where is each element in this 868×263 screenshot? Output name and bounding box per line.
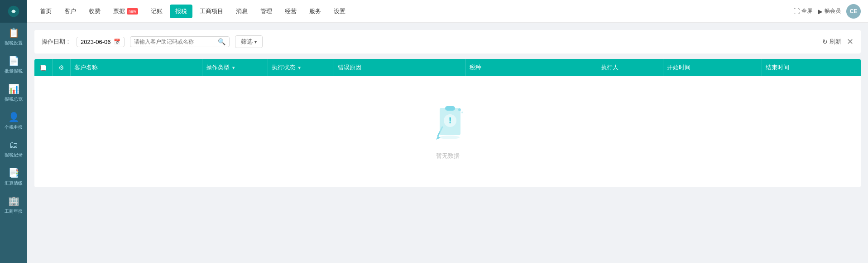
- gongshangnianboa-icon: 🏢: [8, 195, 19, 206]
- sort-icon-op-type[interactable]: ▼: [231, 65, 236, 70]
- th-executor: 执行人: [597, 59, 663, 76]
- data-table: ⚙ 客户名称 操作类型 ▼ 执行状态 ▼ 错误原因: [34, 59, 861, 187]
- empty-illustration: !: [430, 103, 466, 146]
- svg-point-1: [12, 10, 15, 13]
- nav-item-guanli[interactable]: 管理: [255, 5, 278, 18]
- main-area: 首页客户收费票据new记账报税工商项目消息管理经营服务设置 ⛶ 全屏 ▶ 畅会员…: [27, 0, 868, 263]
- calendar-icon: 📅: [114, 39, 120, 45]
- nav-label-gongshangxiangmu: 工商项目: [200, 7, 223, 15]
- search-icon: 🔍: [218, 38, 225, 45]
- th-start-time: 开始时间: [663, 59, 762, 76]
- sidebar-item-baoshuizonglan[interactable]: 📊 报税总览: [0, 79, 27, 107]
- th-end-time-label: 结束时间: [766, 63, 789, 72]
- checkbox-column-header[interactable]: [34, 59, 53, 76]
- baoshui-shezhi-label: 报税设置: [5, 40, 23, 46]
- baoshuizonglan-label: 报税总览: [5, 96, 23, 102]
- avatar[interactable]: CE: [846, 4, 861, 19]
- date-value: 2023-06-06: [81, 39, 111, 45]
- topnav-right: ⛶ 全屏 ▶ 畅会员 CE: [793, 4, 861, 19]
- th-client-name-label: 客户名称: [74, 63, 98, 72]
- refresh-icon: ↻: [822, 38, 828, 45]
- sidebar-item-huisuanjiaona[interactable]: 📑 汇算清缴: [0, 163, 27, 191]
- th-op-type: 操作类型 ▼: [202, 59, 268, 76]
- nav-label-jizha: 记账: [151, 7, 163, 15]
- nav-item-client[interactable]: 客户: [59, 5, 82, 18]
- sidebar-item-baoshui-shezhi[interactable]: 📋 报税设置: [0, 23, 27, 51]
- th-op-type-label: 操作类型: [206, 63, 230, 72]
- sidebar-item-piliangbaoshui[interactable]: 📄 批量报税: [0, 51, 27, 79]
- nav-label-home: 首页: [40, 7, 52, 15]
- search-input[interactable]: [134, 39, 216, 45]
- nav-label-piao: 票据: [113, 7, 125, 15]
- member-btn[interactable]: ▶ 畅会员: [818, 7, 841, 15]
- nav-label-jingying: 经营: [285, 7, 297, 15]
- nav-label-xiaoxi: 消息: [236, 7, 248, 15]
- th-executor-label: 执行人: [601, 63, 619, 72]
- nav-item-xiaoxi[interactable]: 消息: [230, 5, 253, 18]
- th-tax-type-label: 税种: [470, 63, 481, 72]
- table-header: ⚙ 客户名称 操作类型 ▼ 执行状态 ▼ 错误原因: [34, 59, 861, 76]
- svg-rect-5: [445, 106, 455, 111]
- nav-label-shezhi: 设置: [334, 7, 345, 15]
- video-icon: ▶: [818, 8, 823, 15]
- nav-label-shoufe: 收费: [89, 7, 101, 15]
- filter-button[interactable]: 筛选 ▾: [235, 35, 263, 48]
- geshuishenbo-icon: 👤: [8, 112, 19, 122]
- nav-item-piao[interactable]: 票据new: [108, 5, 144, 18]
- sidebar-logo: [0, 0, 27, 23]
- sort-icon-exec-status[interactable]: ▼: [297, 65, 302, 70]
- th-client-name: 客户名称: [71, 59, 202, 76]
- svg-point-9: [461, 112, 463, 113]
- huisuanjiaona-label: 汇算清缴: [5, 180, 23, 186]
- topnav-items: 首页客户收费票据new记账报税工商项目消息管理经营服务设置: [34, 5, 793, 18]
- svg-text:!: !: [449, 116, 451, 125]
- refresh-label: 刷新: [830, 38, 841, 46]
- refresh-button[interactable]: ↻ 刷新: [822, 38, 841, 46]
- filter-label-btn: 筛选: [241, 38, 253, 46]
- baoshui-shezhi-icon: 📋: [8, 27, 19, 38]
- member-label: 畅会员: [825, 7, 841, 15]
- nav-item-fuwu[interactable]: 服务: [304, 5, 326, 18]
- th-exec-status-label: 执行状态: [272, 63, 295, 72]
- sidebar-item-baoshuijilu[interactable]: 🗂 报税记录: [0, 135, 27, 163]
- th-tax-type: 税种: [466, 59, 598, 76]
- date-picker[interactable]: 2023-06-06 📅: [77, 37, 125, 47]
- fullscreen-btn[interactable]: ⛶ 全屏: [793, 7, 812, 15]
- geshuishenbo-label: 个税申报: [5, 124, 23, 131]
- chevron-down-icon: ▾: [254, 39, 257, 44]
- empty-state: ! 暂无数据: [34, 76, 861, 187]
- nav-item-gongshangxiangmu[interactable]: 工商项目: [194, 5, 229, 18]
- gongshangnianboa-label: 工商年报: [5, 208, 23, 214]
- piliangbaoshui-icon: 📄: [8, 55, 19, 66]
- nav-item-baoshui[interactable]: 报税: [170, 5, 192, 18]
- select-all-checkbox[interactable]: [40, 65, 46, 71]
- topnav: 首页客户收费票据new记账报税工商项目消息管理经营服务设置 ⛶ 全屏 ▶ 畅会员…: [27, 0, 868, 23]
- piliangbaoshui-label: 批量报税: [5, 68, 23, 74]
- th-error-reason-label: 错误原因: [338, 63, 361, 72]
- th-error-reason: 错误原因: [334, 59, 466, 76]
- nav-item-shezhi[interactable]: 设置: [328, 5, 351, 18]
- svg-point-10: [440, 136, 460, 139]
- nav-label-guanli: 管理: [260, 7, 272, 15]
- badge-piao: new: [127, 8, 138, 15]
- sidebar-item-gongshangnianboa[interactable]: 🏢 工商年报: [0, 191, 27, 219]
- svg-marker-3: [436, 136, 441, 140]
- page-content: 操作日期： 2023-06-06 📅 🔍 筛选 ▾ ↻ 刷新: [27, 23, 868, 263]
- search-wrap[interactable]: 🔍: [130, 36, 230, 47]
- close-button[interactable]: ✕: [847, 38, 854, 46]
- sidebar-item-geshuishenbo[interactable]: 👤 个税申报: [0, 107, 27, 135]
- gear-icon[interactable]: ⚙: [58, 64, 64, 71]
- filter-bar: 操作日期： 2023-06-06 📅 🔍 筛选 ▾ ↻ 刷新: [34, 30, 861, 54]
- fullscreen-label: 全屏: [801, 7, 812, 15]
- gear-column-header[interactable]: ⚙: [53, 59, 71, 76]
- nav-label-client: 客户: [64, 7, 76, 15]
- nav-item-jizha[interactable]: 记账: [145, 5, 168, 18]
- huisuanjiaona-icon: 📑: [8, 167, 19, 178]
- nav-label-baoshui: 报税: [175, 7, 187, 15]
- nav-item-home[interactable]: 首页: [34, 5, 57, 18]
- baoshuijilu-icon: 🗂: [9, 140, 18, 150]
- date-label: 操作日期：: [42, 38, 71, 46]
- nav-item-jingying[interactable]: 经营: [279, 5, 302, 18]
- nav-item-shoufe[interactable]: 收费: [83, 5, 106, 18]
- th-start-time-label: 开始时间: [667, 63, 691, 72]
